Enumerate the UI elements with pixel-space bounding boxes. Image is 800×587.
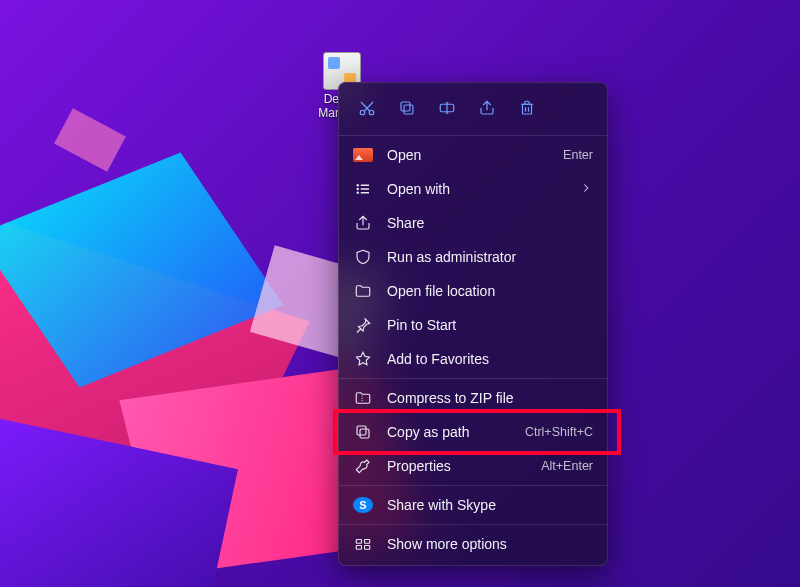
menu-label: Properties — [387, 458, 533, 474]
separator — [339, 524, 607, 525]
separator — [339, 135, 607, 136]
svg-point-7 — [357, 188, 359, 190]
svg-point-6 — [357, 184, 359, 186]
menu-item-open-with[interactable]: Open with — [339, 172, 607, 206]
menu-item-run-admin[interactable]: Run as administrator — [339, 240, 607, 274]
open-with-icon — [353, 179, 373, 199]
share-icon — [478, 99, 496, 120]
svg-rect-14 — [356, 540, 361, 544]
menu-label: Compress to ZIP file — [387, 390, 593, 406]
menu-item-properties[interactable]: Properties Alt+Enter — [339, 449, 607, 483]
menu-label: Add to Favorites — [387, 351, 593, 367]
menu-label: Open file location — [387, 283, 593, 299]
menu-item-compress-zip[interactable]: Compress to ZIP file — [339, 381, 607, 415]
menu-item-open-location[interactable]: Open file location — [339, 274, 607, 308]
menu-accel: Ctrl+Shift+C — [517, 425, 593, 439]
menu-item-share[interactable]: Share — [339, 206, 607, 240]
menu-label: Open — [387, 147, 555, 163]
quick-actions-row — [339, 87, 607, 133]
star-icon — [353, 349, 373, 369]
svg-rect-2 — [404, 105, 413, 114]
delete-button[interactable] — [509, 93, 545, 125]
menu-label: Show more options — [387, 536, 593, 552]
menu-item-open[interactable]: Open Enter — [339, 138, 607, 172]
svg-rect-12 — [360, 429, 369, 438]
svg-rect-15 — [365, 540, 370, 544]
menu-item-more-options[interactable]: Show more options — [339, 527, 607, 561]
svg-rect-10 — [361, 188, 369, 190]
svg-rect-11 — [361, 192, 369, 194]
cut-button[interactable] — [349, 93, 385, 125]
menu-item-pin-start[interactable]: Pin to Start — [339, 308, 607, 342]
svg-point-8 — [357, 192, 359, 194]
menu-item-share-skype[interactable]: S Share with Skype — [339, 488, 607, 522]
open-icon — [353, 148, 373, 162]
copy-path-icon — [353, 422, 373, 442]
menu-item-favorites[interactable]: Add to Favorites — [339, 342, 607, 376]
chevron-right-icon — [579, 181, 593, 198]
svg-point-0 — [360, 110, 365, 115]
menu-label: Share — [387, 215, 593, 231]
svg-rect-3 — [401, 102, 410, 111]
shield-icon — [353, 247, 373, 267]
rename-icon — [438, 99, 456, 120]
menu-item-copy-path[interactable]: Copy as path Ctrl+Shift+C — [339, 415, 607, 449]
delete-icon — [518, 99, 536, 120]
share-item-icon — [353, 213, 373, 233]
pin-icon — [353, 315, 373, 335]
svg-rect-9 — [361, 185, 369, 187]
svg-point-1 — [369, 110, 374, 115]
zip-icon — [353, 388, 373, 408]
cut-icon — [358, 99, 376, 120]
wrench-icon — [353, 456, 373, 476]
menu-label: Pin to Start — [387, 317, 593, 333]
svg-rect-5 — [523, 104, 532, 114]
share-button[interactable] — [469, 93, 505, 125]
svg-rect-16 — [356, 546, 361, 550]
folder-icon — [353, 281, 373, 301]
skype-icon: S — [353, 497, 373, 513]
menu-label: Copy as path — [387, 424, 517, 440]
copy-button[interactable] — [389, 93, 425, 125]
menu-label: Share with Skype — [387, 497, 593, 513]
context-menu: Open Enter Open with Share Run as admini… — [338, 82, 608, 566]
copy-icon — [398, 99, 416, 120]
separator — [339, 485, 607, 486]
menu-label: Run as administrator — [387, 249, 593, 265]
menu-label: Open with — [387, 181, 579, 197]
separator — [339, 378, 607, 379]
svg-rect-17 — [365, 546, 370, 550]
more-icon — [353, 534, 373, 554]
menu-accel: Alt+Enter — [533, 459, 593, 473]
rename-button[interactable] — [429, 93, 465, 125]
svg-rect-13 — [357, 426, 366, 435]
menu-accel: Enter — [555, 148, 593, 162]
